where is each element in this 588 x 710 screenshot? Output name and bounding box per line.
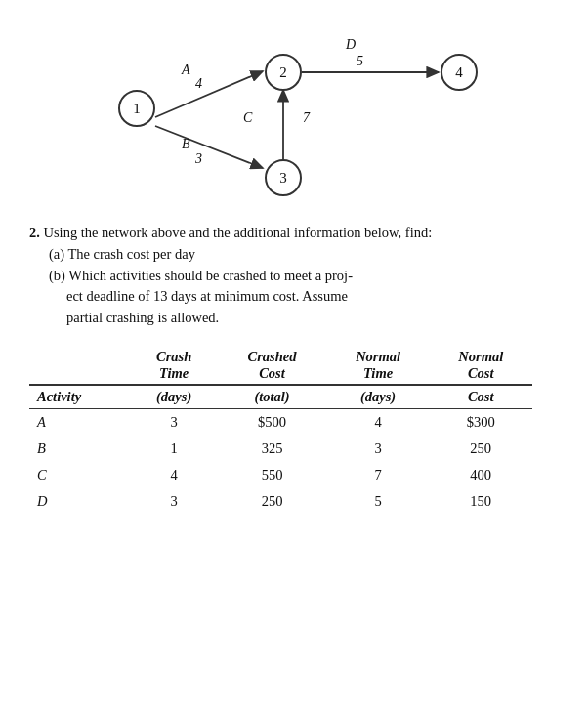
- problem-intro: Using the network above and the addition…: [44, 225, 433, 240]
- th-crashed-line2: Cost: [218, 365, 327, 385]
- data-table: Crash Crashed Normal NormalCost Time Cos…: [29, 347, 559, 515]
- weight-A: 4: [195, 76, 202, 92]
- table-header-activity-row: Activity (days) (total) (days) Cost: [29, 385, 559, 409]
- node-1: 1: [118, 90, 155, 127]
- row-c-activity: C: [29, 462, 131, 488]
- row-d-activity: D: [29, 488, 131, 515]
- row-b-normal-cost: 250: [430, 436, 532, 462]
- row-c-crash-time: 4: [131, 462, 218, 488]
- table-row: A 3 $500 4 $300: [29, 408, 559, 436]
- row-d-normal-cost: 150: [430, 488, 532, 515]
- th-crash-days: (days): [131, 385, 218, 409]
- weight-B: 3: [195, 151, 202, 167]
- problem-number: 2.: [29, 225, 40, 240]
- problem-part-a: (a) The crash cost per day: [49, 244, 559, 266]
- row-a-crashed-cost: $500: [218, 408, 327, 436]
- th-normal-time-line2: Time: [327, 365, 430, 385]
- table-row: C 4 550 7 400: [29, 462, 559, 488]
- weight-D: 5: [357, 54, 363, 69]
- table-header-row-1: Crash Crashed Normal NormalCost: [29, 347, 559, 365]
- network-diagram: 1 2 3 4 A B C D 4 3 7 5: [89, 20, 499, 205]
- table-container: Crash Crashed Normal NormalCost Time Cos…: [29, 347, 559, 515]
- node-4: 4: [441, 54, 478, 91]
- row-a-normal-cost: $300: [430, 408, 532, 436]
- th-normal-cost-line1: NormalCost: [430, 347, 532, 385]
- th-crashed-line1: Crashed: [218, 347, 327, 365]
- node-3: 3: [265, 159, 302, 196]
- row-b-crashed-cost: 325: [218, 436, 327, 462]
- problem-part-b-start: (b) Which activities should be crashed t…: [49, 266, 559, 287]
- th-crashed-total: (total): [218, 385, 327, 409]
- row-a-crash-time: 3: [131, 408, 218, 436]
- edge-label-D: D: [346, 37, 356, 53]
- table-body: A 3 $500 4 $300 B 1 325 3 250 C 4 550 7 …: [29, 408, 559, 515]
- problem-section: 2. Using the network above and the addit…: [29, 223, 559, 329]
- th-activity: Activity: [29, 385, 131, 409]
- node-2: 2: [265, 54, 302, 91]
- row-b-activity: B: [29, 436, 131, 462]
- svg-line-2: [155, 126, 263, 168]
- table-row: D 3 250 5 150: [29, 488, 559, 515]
- row-a-normal-time: 4: [327, 408, 430, 436]
- th-normal-time-line1: Normal: [327, 347, 430, 365]
- row-b-normal-time: 3: [327, 436, 430, 462]
- th-normal-days: (days): [327, 385, 430, 409]
- th-activity-empty: [29, 347, 131, 365]
- row-c-crashed-cost: 550: [218, 462, 327, 488]
- problem-part-b-cont1: ect deadline of 13 days at minimum cost.…: [66, 286, 559, 308]
- edge-label-B: B: [182, 137, 190, 152]
- problem-part-b-cont2: partial crashing is allowed.: [66, 308, 559, 329]
- row-d-normal-time: 5: [327, 488, 430, 515]
- row-d-crash-time: 3: [131, 488, 218, 515]
- row-b-crash-time: 1: [131, 436, 218, 462]
- weight-C: 7: [303, 110, 310, 126]
- edge-label-C: C: [243, 110, 252, 126]
- th-activity-empty2: [29, 365, 131, 385]
- th-crash-line2: Time: [131, 365, 218, 385]
- th-normal-cost-label: Cost: [430, 385, 532, 409]
- th-normal-cost-empty: [532, 365, 559, 385]
- table-row: B 1 325 3 250: [29, 436, 559, 462]
- row-c-normal-cost: 400: [430, 462, 532, 488]
- row-c-normal-time: 7: [327, 462, 430, 488]
- edge-label-A: A: [182, 63, 190, 78]
- row-d-crashed-cost: 250: [218, 488, 327, 515]
- th-crash-line1: Crash: [131, 347, 218, 365]
- row-a-activity: A: [29, 408, 131, 436]
